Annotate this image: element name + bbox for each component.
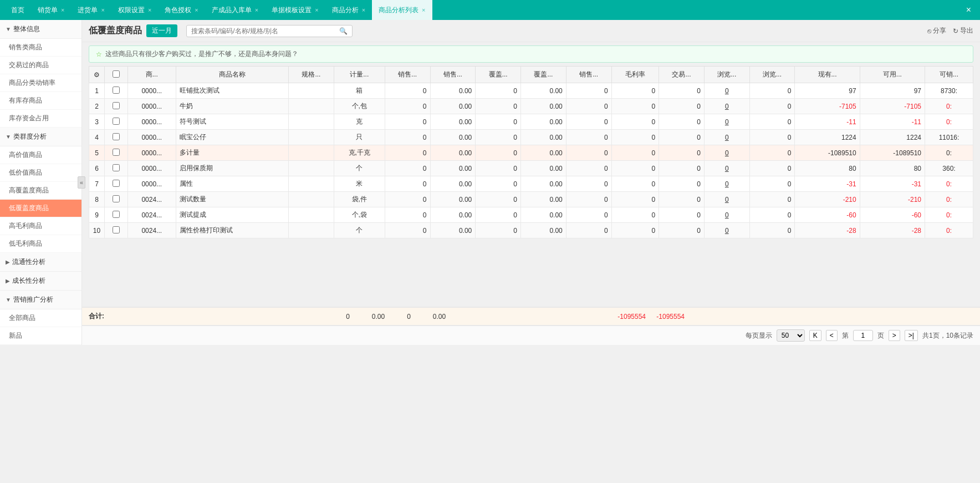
- row-checkbox[interactable]: [113, 133, 120, 140]
- arrow-right-icon2: ▶: [6, 278, 10, 284]
- nav-close-sales[interactable]: ×: [61, 7, 64, 13]
- export-button[interactable]: ↻ 导出: [953, 26, 973, 35]
- nav-purchase-order[interactable]: 进货单 ×: [71, 0, 111, 20]
- col-code: 商...: [127, 67, 176, 83]
- sidebar-item-high-coverage[interactable]: 高覆盖度商品: [0, 182, 81, 200]
- row-cover1: 0: [476, 192, 521, 207]
- sidebar-toggle-button[interactable]: «: [78, 176, 85, 189]
- row-sales2: 0.00: [430, 176, 476, 192]
- next-page-button[interactable]: >: [889, 330, 900, 341]
- row-spec: [289, 223, 334, 238]
- row-stock2: 97: [860, 83, 925, 99]
- pagination-bar: 每页显示 50 20 100 K < 第 页 > >| 共1页，10条记录: [82, 326, 980, 345]
- row-checkbox[interactable]: [113, 164, 120, 171]
- sidebar-item-new-goods[interactable]: 新品: [0, 327, 81, 345]
- row-stock2: -1089510: [860, 145, 925, 161]
- nav-goods-analysis[interactable]: 商品分析 ×: [325, 0, 372, 20]
- row-checkbox[interactable]: [113, 102, 120, 109]
- settings-col-header[interactable]: ⚙: [89, 67, 105, 83]
- col-browse2: 浏览...: [749, 67, 795, 83]
- period-button[interactable]: 近一月: [146, 24, 177, 37]
- row-cover1: 0: [476, 83, 521, 99]
- row-code: 0000...: [127, 145, 176, 161]
- sidebar-item-category-rate[interactable]: 商品分类动销率: [0, 74, 81, 92]
- row-sales2: 0.00: [430, 161, 476, 176]
- first-page-button[interactable]: K: [809, 330, 821, 341]
- row-sales1: 0: [385, 161, 430, 176]
- page-input[interactable]: [853, 330, 873, 341]
- nav-close-analysis-list[interactable]: ×: [422, 7, 425, 13]
- row-checkbox[interactable]: [113, 226, 120, 233]
- row-browse1: 0: [704, 145, 749, 161]
- row-sales1: 0: [385, 114, 430, 130]
- row-cover1: 0: [476, 176, 521, 192]
- row-name: 牛奶: [176, 99, 288, 114]
- sidebar-item-low-coverage[interactable]: 低覆盖度商品: [0, 200, 81, 217]
- page-title: 低覆盖度商品: [89, 25, 142, 37]
- row-stock3: 360:: [925, 161, 973, 176]
- row-checkbox[interactable]: [113, 87, 120, 94]
- row-checkbox[interactable]: [113, 118, 120, 125]
- nav-close-analysis[interactable]: ×: [362, 7, 365, 13]
- nav-goods-analysis-list[interactable]: 商品分析列表 ×: [372, 0, 432, 20]
- nav-role-auth[interactable]: 角色授权 ×: [158, 0, 205, 20]
- nav-products-in[interactable]: 产成品入库单 ×: [205, 0, 265, 20]
- window-close-button[interactable]: ×: [962, 5, 976, 15]
- last-page-button[interactable]: >|: [905, 330, 918, 341]
- sidebar-item-stock-fund[interactable]: 库存资金占用: [0, 110, 81, 128]
- row-checkbox[interactable]: [113, 195, 120, 202]
- sidebar-group-growth[interactable]: ▶ 成长性分析: [0, 272, 81, 291]
- nav-home[interactable]: 首页: [4, 0, 31, 20]
- prev-page-button[interactable]: <: [826, 330, 838, 341]
- row-checkbox[interactable]: [113, 149, 120, 156]
- per-page-select[interactable]: 50 20 100: [777, 329, 805, 342]
- nav-permissions[interactable]: 权限设置 ×: [111, 0, 158, 20]
- nav-sales-order[interactable]: 销货单 ×: [31, 0, 71, 20]
- sidebar-item-traded-goods[interactable]: 交易过的商品: [0, 57, 81, 74]
- row-sales3: 0: [566, 176, 611, 192]
- sidebar-item-high-margin[interactable]: 高毛利商品: [0, 217, 81, 235]
- nav-close-permissions[interactable]: ×: [148, 7, 151, 13]
- nav-template[interactable]: 单据模板设置 ×: [265, 0, 325, 20]
- checkbox-col-header[interactable]: [105, 67, 128, 83]
- row-name: 旺铺批次测试: [176, 83, 288, 99]
- nav-close-role[interactable]: ×: [195, 7, 198, 13]
- nav-close-products[interactable]: ×: [255, 7, 258, 13]
- sidebar-group-cluster[interactable]: ▼ 类群度分析: [0, 128, 81, 146]
- row-cover2: 0.00: [521, 161, 566, 176]
- table-header-row: ⚙ 商... 商品名称 规格... 计量... 销售... 销售... 覆盖..…: [89, 67, 973, 83]
- row-stock2: 80: [860, 161, 925, 176]
- sidebar-group-flow[interactable]: ▶ 流通性分析: [0, 253, 81, 272]
- sidebar-group-marketing[interactable]: ▼ 营销推广分析: [0, 291, 81, 309]
- row-sales3: 0: [566, 161, 611, 176]
- search-box: 🔍: [186, 25, 353, 37]
- row-number: 2: [89, 99, 105, 114]
- sidebar-item-stocked-goods[interactable]: 有库存商品: [0, 92, 81, 110]
- nav-close-template[interactable]: ×: [315, 7, 318, 13]
- row-code: 0024...: [127, 207, 176, 223]
- content-area: 低覆盖度商品 近一月 🔍 ⎋ 分享 ↻ 导出 ☆ 这些商品只有很少客户购买: [82, 20, 980, 345]
- nav-close-purchase[interactable]: ×: [101, 7, 104, 13]
- row-stock1: -60: [795, 207, 860, 223]
- row-checkbox[interactable]: [113, 211, 120, 218]
- row-stock2: -210: [860, 192, 925, 207]
- share-button[interactable]: ⎋ 分享: [927, 26, 946, 35]
- search-input[interactable]: [191, 27, 339, 35]
- sidebar-item-low-value[interactable]: 低价值商品: [0, 164, 81, 182]
- sidebar-item-all-goods[interactable]: 全部商品: [0, 309, 81, 327]
- header-actions: ⎋ 分享 ↻ 导出: [927, 26, 973, 35]
- row-sales1: 0: [385, 83, 430, 99]
- sidebar-item-sales-goods[interactable]: 销售类商品: [0, 39, 81, 57]
- row-gross: 0: [611, 161, 659, 176]
- sidebar-item-high-value[interactable]: 高价值商品: [0, 146, 81, 164]
- row-checkbox[interactable]: [113, 180, 120, 187]
- row-sales1: 0: [385, 192, 430, 207]
- row-spec: [289, 192, 334, 207]
- sidebar-group-overall[interactable]: ▼ 整体信息: [0, 20, 81, 39]
- row-sales3: 0: [566, 114, 611, 130]
- row-code: 0024...: [127, 192, 176, 207]
- select-all-checkbox[interactable]: [113, 70, 120, 78]
- sidebar-item-low-margin[interactable]: 低毛利商品: [0, 235, 81, 253]
- row-stock1: -11: [795, 114, 860, 130]
- col-stock2: 可用...: [860, 67, 925, 83]
